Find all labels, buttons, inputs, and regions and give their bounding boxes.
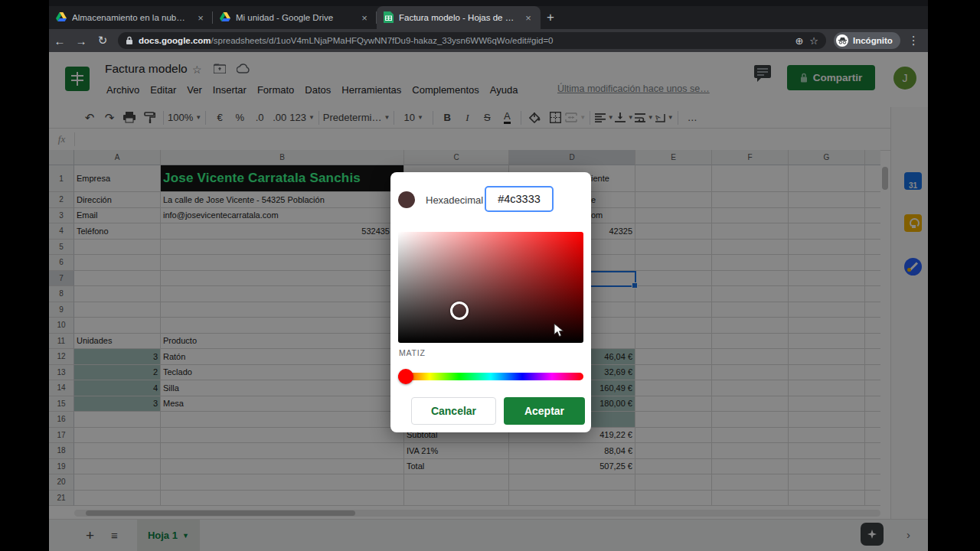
bookmark-star-icon[interactable]: ☆ [809, 35, 818, 47]
zoom-page-icon[interactable]: ⊕ [795, 35, 803, 47]
browser-window: Almacenamiento en la nube pa × Mi unidad… [49, 0, 928, 551]
tab-strip: Almacenamiento en la nube pa × Mi unidad… [49, 6, 928, 29]
cancel-button[interactable]: Cancelar [411, 397, 496, 425]
color-picker-dialog: Hexadecimal MATIZ Cancelar Aceptar [390, 172, 591, 432]
window-frame [49, 0, 928, 6]
tab-close-icon[interactable]: × [359, 12, 370, 24]
url-path: /spreadsheets/d/1uoV4mLNjaPMaHFQywNN7fDu… [211, 36, 789, 45]
color-swatch [398, 191, 415, 208]
browser-menu-icon[interactable]: ⋮ [908, 34, 920, 47]
color-picker-ring[interactable] [450, 302, 469, 320]
incognito-badge: Incógnito [834, 32, 900, 49]
incognito-icon [836, 34, 848, 47]
url-domain: docs.google.com [139, 36, 211, 45]
sheets-favicon-icon [384, 11, 394, 24]
tab-close-icon[interactable]: × [523, 12, 534, 24]
browser-tab-2[interactable]: Factura modelo - Hojas de cálc × [377, 6, 541, 29]
drive-favicon-icon [56, 12, 67, 24]
mouse-cursor [554, 323, 566, 338]
hex-input[interactable] [485, 186, 554, 212]
hex-label: Hexadecimal [426, 194, 483, 206]
hue-label: MATIZ [399, 348, 426, 357]
browser-tab-0[interactable]: Almacenamiento en la nube pa × [49, 6, 213, 29]
reload-button[interactable]: ↻ [92, 34, 113, 47]
back-button[interactable]: ← [49, 34, 70, 47]
browser-tab-1[interactable]: Mi unidad - Google Drive × [213, 6, 377, 29]
forward-button[interactable]: → [70, 34, 92, 47]
url-bar: ← → ↻ docs.google.com/spreadsheets/d/1uo… [49, 29, 928, 52]
hue-slider[interactable] [398, 373, 583, 380]
accept-button[interactable]: Aceptar [504, 397, 585, 425]
hue-slider-knob[interactable] [398, 369, 413, 384]
tab-close-icon[interactable]: × [195, 12, 206, 24]
address-field[interactable]: docs.google.com/spreadsheets/d/1uoV4mLNj… [118, 32, 826, 49]
lock-icon [126, 36, 133, 45]
drive-favicon-icon [220, 12, 230, 24]
new-tab-button[interactable]: + [541, 8, 560, 28]
